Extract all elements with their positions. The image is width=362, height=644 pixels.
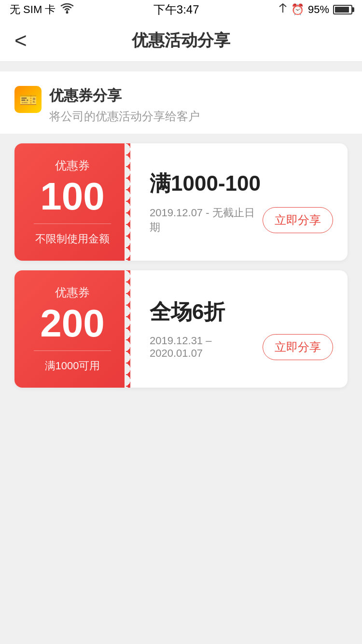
coupon-date-2: 2019.12.31 – 2020.01.07 (150, 335, 258, 360)
nav-bar: < 优惠活动分享 (0, 19, 362, 62)
coupon-left-1: 优惠券 100 不限制使用金额 (14, 143, 130, 261)
wifi-icon (60, 3, 74, 16)
section-icon: 🎫 (14, 86, 42, 113)
section-header: 🎫 优惠券分享 将公司的优惠活动分享给客户 (0, 71, 362, 134)
coupon-divider-1 (34, 224, 111, 224)
coupon-right-1: 满1000-100 2019.12.07 - 无截止日期 立即分享 (130, 143, 348, 261)
coupon-condition-1: 不限制使用金额 (35, 232, 110, 246)
section-desc: 将公司的优惠活动分享给客户 (49, 109, 200, 124)
location-icon (278, 3, 287, 16)
time-display: 下午3:47 (153, 2, 199, 17)
coupon-label-2: 优惠券 (55, 285, 90, 300)
coupon-condition-2: 满1000可用 (45, 359, 100, 373)
coupon-divider-2 (34, 350, 111, 351)
battery-icon (333, 5, 352, 14)
coupon-name-1: 满1000-100 (150, 169, 333, 198)
status-right: ⏰ 95% (278, 3, 352, 16)
coupon-meta-2: 2019.12.31 – 2020.01.07 立即分享 (150, 334, 333, 360)
coupon-amount-2: 200 (40, 304, 104, 343)
battery-fill (335, 7, 349, 13)
section-text: 优惠券分享 将公司的优惠活动分享给客户 (49, 86, 200, 124)
coupon-emoji-icon: 🎫 (19, 91, 37, 108)
battery-percent: 95% (308, 3, 329, 16)
coupon-right-2: 全场6折 2019.12.31 – 2020.01.07 立即分享 (130, 270, 348, 388)
coupon-left-2: 优惠券 200 满1000可用 (14, 270, 130, 388)
section-title: 优惠券分享 (49, 86, 200, 106)
share-button-1[interactable]: 立即分享 (263, 207, 333, 233)
alarm-icon: ⏰ (291, 3, 304, 16)
share-button-2[interactable]: 立即分享 (263, 334, 333, 360)
coupon-name-2: 全场6折 (150, 298, 333, 326)
svg-point-0 (66, 12, 69, 14)
coupon-list: 优惠券 100 不限制使用金额 满1000-100 2019.12.07 - 无… (0, 134, 362, 407)
page-title: 优惠活动分享 (132, 29, 230, 52)
coupon-label-1: 优惠券 (55, 158, 90, 173)
empty-area (0, 407, 362, 644)
status-bar: 无 SIM 卡 下午3:47 ⏰ 95% (0, 0, 362, 19)
coupon-card-2: 优惠券 200 满1000可用 全场6折 2019.12.31 – 2020.0… (14, 270, 348, 388)
status-left: 无 SIM 卡 (10, 2, 74, 17)
coupon-card-1: 优惠券 100 不限制使用金额 满1000-100 2019.12.07 - 无… (14, 143, 348, 261)
coupon-amount-1: 100 (40, 177, 104, 216)
carrier-text: 无 SIM 卡 (10, 2, 56, 17)
coupon-meta-1: 2019.12.07 - 无截止日期 立即分享 (150, 206, 333, 235)
coupon-date-1: 2019.12.07 - 无截止日期 (150, 206, 258, 235)
back-button[interactable]: < (14, 28, 27, 53)
